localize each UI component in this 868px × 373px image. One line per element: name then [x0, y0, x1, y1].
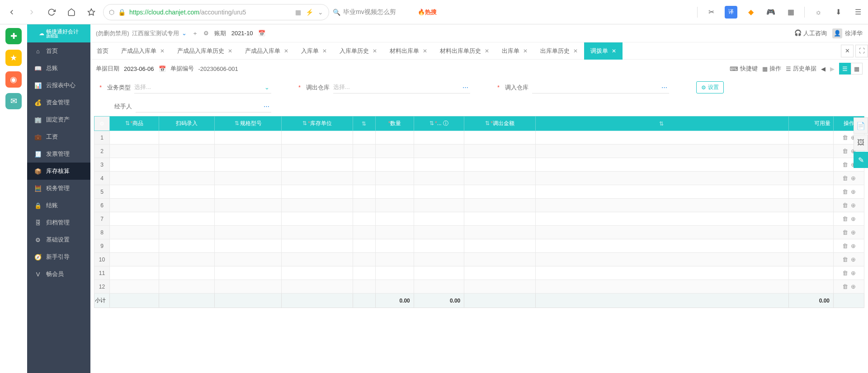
address-bar[interactable]: ⬡ 🔒 https://cloud.chanjet.com/accounting… [103, 4, 329, 20]
hot-search-badge[interactable]: 🔥热搜 [418, 8, 437, 16]
game-icon[interactable]: 🎮 [764, 6, 777, 19]
download-icon[interactable]: ⬇ [832, 6, 844, 19]
search-placeholder: 毕业mv视频怎么剪 [343, 8, 396, 16]
star-icon[interactable] [83, 4, 99, 20]
shield-icon: ⬡ [109, 9, 114, 16]
scissors-icon[interactable]: ✂ [705, 6, 717, 19]
browser-toolbar: ⬡ 🔒 https://cloud.chanjet.com/accounting… [0, 0, 868, 24]
reload-icon[interactable] [43, 4, 60, 20]
translate-icon[interactable]: 译 [725, 6, 737, 19]
url-path: /accounting/uru5 [199, 9, 246, 16]
lock-icon: 🔒 [118, 9, 126, 16]
chevron-down-icon[interactable]: ⌄ [318, 9, 323, 16]
svg-marker-0 [88, 9, 95, 15]
qr-icon[interactable]: ▦ [295, 9, 301, 16]
flash-icon[interactable]: ⚡ [306, 9, 313, 16]
menu-icon[interactable]: ☰ [852, 6, 864, 19]
nav-back-icon[interactable] [4, 4, 20, 20]
nav-forward-icon[interactable] [24, 4, 40, 20]
wallet-icon[interactable]: ◆ [745, 6, 757, 19]
search-icon: 🔍 [333, 9, 340, 16]
url-host: ://cloud.chanjet.com [143, 9, 199, 16]
url-scheme: https [129, 9, 143, 16]
home-icon[interactable] [63, 4, 80, 20]
apps-icon[interactable]: ▦ [784, 6, 797, 19]
brightness-icon[interactable]: ☼ [812, 6, 825, 19]
browser-search[interactable]: 🔍 毕业mv视频怎么剪 [333, 8, 414, 16]
